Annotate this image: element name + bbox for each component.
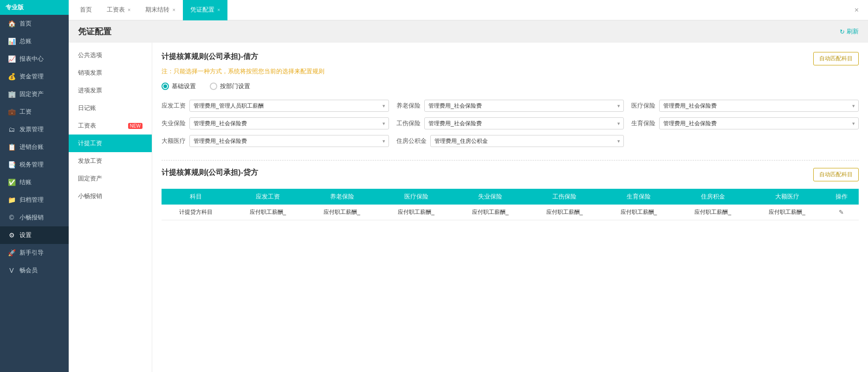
left-nav-label-public: 公共选项: [78, 51, 102, 59]
left-nav-journal[interactable]: 日记账: [69, 99, 152, 117]
left-nav-xiaochang-expense[interactable]: 小畅报销: [69, 187, 152, 205]
debit-select-1[interactable]: 管理费用_社会保险费: [424, 100, 624, 112]
tab-voucher-config[interactable]: 凭证配置×: [183, 0, 227, 20]
debit-section-title: 计提核算规则(公司承担)-借方: [162, 52, 324, 62]
debit-label-1: 养老保险: [396, 102, 421, 110]
debit-select-0[interactable]: 管理费用_管理人员职工薪酬: [189, 100, 389, 112]
sidebar-label-salary: 工资: [19, 108, 32, 116]
left-nav-label-xiaochang-expense: 小畅报销: [78, 192, 102, 200]
credit-auto-match-button[interactable]: 自动匹配科目: [813, 168, 859, 181]
sidebar-label-settings: 设置: [19, 231, 32, 239]
radio-dept-setting[interactable]: 按部门设置: [210, 82, 250, 90]
close-all-button[interactable]: ×: [849, 6, 864, 14]
debit-field-7: 住房公积金 管理费用_住房公积金: [396, 135, 624, 147]
credit-col-6: 生育保险: [602, 189, 676, 205]
funds-icon: 💰: [7, 73, 16, 80]
tab-label-period-close: 期末结转: [145, 6, 169, 14]
sidebar-label-funds: 资金管理: [19, 72, 44, 81]
edit-icon-0[interactable]: ✎: [839, 209, 844, 216]
sidebar-item-home[interactable]: 🏠首页: [0, 15, 69, 32]
left-nav-input-invoice[interactable]: 进项发票: [69, 82, 152, 99]
sidebar-label-xiaochang: 小畅报销: [19, 213, 44, 222]
credit-col-7: 住房积金: [676, 189, 750, 205]
left-nav-label-input-invoice: 进项发票: [78, 86, 102, 95]
credit-cell-0-6: 应付职工薪酬_: [676, 205, 750, 220]
debit-section-note: 注：只能选择一种方式，系统将按照您当前的选择来配置规则: [162, 67, 324, 76]
sidebar-item-reports[interactable]: 📈报表中心: [0, 50, 69, 68]
sidebar-item-funds[interactable]: 💰资金管理: [0, 68, 69, 85]
debit-label-2: 医疗保险: [631, 102, 655, 110]
refresh-button[interactable]: ↻ 刷新: [840, 27, 859, 36]
credit-cell-0-5: 应付职工薪酬_: [602, 205, 676, 220]
debit-select-wrap-6: 管理费用_社会保险费: [189, 135, 389, 147]
tab-salary-table[interactable]: 工资表×: [99, 0, 138, 20]
debit-auto-match-button[interactable]: 自动匹配科目: [813, 52, 859, 65]
tab-period-close[interactable]: 期末结转×: [138, 0, 182, 20]
tab-close-salary-table[interactable]: ×: [128, 7, 130, 13]
radio-dept-circle: [210, 83, 217, 90]
debit-label-0: 应发工资: [162, 102, 186, 110]
ledger-icon: 📊: [7, 38, 16, 45]
left-nav-label-salary-table: 工资表: [78, 122, 96, 130]
sidebar-item-salary[interactable]: 💼工资: [0, 103, 69, 121]
sidebar-item-vip[interactable]: V畅会员: [0, 262, 69, 279]
debit-label-3: 失业保险: [162, 119, 186, 128]
debit-select-5[interactable]: 管理费用_社会保险费: [659, 117, 859, 129]
left-navigation: 公共选项销项发票进项发票日记账工资表NEW计提工资发放工资固定资产小畅报销: [69, 43, 152, 372]
sidebar-label-invoice: 发票管理: [19, 125, 44, 134]
debit-select-wrap-4: 管理费用_社会保险费: [424, 117, 624, 129]
debit-select-3[interactable]: 管理费用_社会保险费: [189, 117, 389, 129]
sidebar-item-archive[interactable]: 📁归档管理: [0, 191, 69, 209]
sidebar-item-invoice[interactable]: 🗂发票管理: [0, 121, 69, 138]
credit-col-3: 医疗保险: [379, 189, 453, 205]
credit-col-4: 失业保险: [453, 189, 527, 205]
debit-section: 计提核算规则(公司承担)-借方 注：只能选择一种方式，系统将按照您当前的选择来配…: [162, 52, 859, 149]
tab-close-period-close[interactable]: ×: [172, 7, 175, 13]
debit-field-2: 医疗保险 管理费用_社会保险费: [631, 100, 859, 112]
xiaochang-icon: ©: [7, 214, 16, 221]
left-nav-label-issue-salary: 发放工资: [78, 157, 102, 165]
section-divider: [162, 160, 859, 160]
radio-basic-setting[interactable]: 基础设置: [162, 82, 196, 90]
credit-cell-0-2: 应付职工薪酬_: [379, 205, 453, 220]
reports-icon: 📈: [7, 55, 16, 63]
credit-action-0[interactable]: ✎: [824, 205, 859, 220]
sidebar-label-sales: 进销台账: [19, 143, 44, 151]
left-nav-public[interactable]: 公共选项: [69, 46, 152, 64]
sidebar-item-ledger[interactable]: 📊总账: [0, 32, 69, 50]
credit-section: 计提核算规则(公司承担)-贷方 自动匹配科目 科目应发工资养老保险医疗保险失业保…: [162, 168, 859, 220]
left-nav-fixed-assets[interactable]: 固定资产: [69, 170, 152, 187]
debit-select-7[interactable]: 管理费用_住房公积金: [430, 135, 624, 147]
credit-table: 科目应发工资养老保险医疗保险失业保险工伤保险生育保险住房积金大额医疗操作 计提贷…: [162, 189, 859, 220]
left-nav-jiti-salary[interactable]: 计提工资: [69, 135, 152, 152]
table-row: 计提贷方科目应付职工薪酬_应付职工薪酬_应付职工薪酬_应付职工薪酬_应付职工薪酬…: [162, 205, 859, 220]
left-nav-issue-salary[interactable]: 发放工资: [69, 152, 152, 170]
page-title: 凭证配置: [78, 26, 111, 37]
left-nav-label-red-invoice: 销项发票: [78, 69, 102, 77]
sidebar-item-guide[interactable]: 🚀新手引导: [0, 244, 69, 262]
tab-bar: 首页工资表×期末结转×凭证配置× ×: [69, 0, 868, 20]
tab-close-voucher-config[interactable]: ×: [217, 7, 220, 13]
debit-field-5: 生育保险 管理费用_社会保险费: [631, 117, 859, 129]
credit-col-8: 大额医疗: [750, 189, 824, 205]
tab-home[interactable]: 首页: [72, 0, 99, 20]
sidebar-item-settle[interactable]: ✅结账: [0, 173, 69, 191]
debit-field-0: 应发工资 管理费用_管理人员职工薪酬: [162, 100, 389, 112]
sidebar-item-sales[interactable]: 📋进销台账: [0, 138, 69, 156]
left-nav-red-invoice[interactable]: 销项发票: [69, 64, 152, 82]
left-nav-salary-table[interactable]: 工资表NEW: [69, 117, 152, 135]
sidebar-item-tax[interactable]: 📑税务管理: [0, 156, 69, 173]
debit-select-6[interactable]: 管理费用_社会保险费: [189, 135, 389, 147]
content-area: 公共选项销项发票进项发票日记账工资表NEW计提工资发放工资固定资产小畅报销 计提…: [69, 43, 868, 372]
debit-select-4[interactable]: 管理费用_社会保险费: [424, 117, 624, 129]
tax-icon: 📑: [7, 161, 16, 168]
sidebar-item-xiaochang[interactable]: ©小畅报销: [0, 209, 69, 226]
sidebar: 专业版 🏠首页📊总账📈报表中心💰资金管理🏢固定资产💼工资🗂发票管理📋进销台账📑税…: [0, 0, 69, 372]
radio-basic-circle: [162, 83, 169, 90]
sidebar-item-assets[interactable]: 🏢固定资产: [0, 85, 69, 103]
sidebar-label-home: 首页: [19, 19, 32, 28]
sidebar-item-settings[interactable]: ⚙设置: [0, 226, 69, 244]
debit-select-2[interactable]: 管理费用_社会保险费: [659, 100, 859, 112]
debit-field-6: 大额医疗 管理费用_社会保险费: [162, 135, 389, 147]
credit-col-1: 应发工资: [231, 189, 305, 205]
